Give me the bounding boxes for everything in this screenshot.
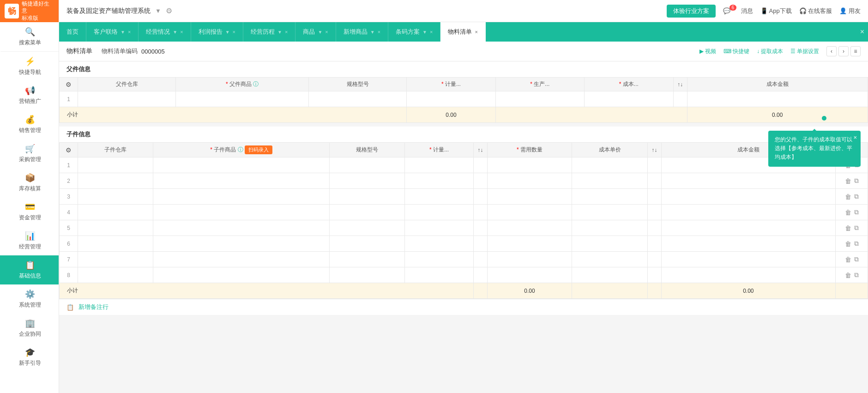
- sidebar-item-enterprise[interactable]: 🏢 企业协同: [0, 314, 59, 343]
- child-sort-cell-2[interactable]: [473, 173, 487, 189]
- tab-close-barcode[interactable]: ×: [430, 29, 433, 35]
- sidebar-item-system[interactable]: ⚙️ 系统管理: [0, 284, 59, 314]
- child-sort-cell-1[interactable]: [473, 157, 487, 173]
- child-warehouse-cell-6[interactable]: [78, 236, 153, 252]
- child-sort-cell-5[interactable]: [473, 220, 487, 236]
- tab-operation-status[interactable]: 经营情况 ▼ ×: [139, 22, 191, 42]
- search-menu-item[interactable]: 🔍 搜索菜单: [0, 22, 59, 52]
- try-btn[interactable]: 体验行业方案: [667, 5, 716, 18]
- tab-bom[interactable]: 物料清单 ×: [440, 22, 485, 42]
- settings-icon[interactable]: ⚙: [166, 6, 172, 15]
- child-unit-cell-1[interactable]: [405, 157, 473, 173]
- shortcut-action[interactable]: ⌨ 快捷键: [723, 48, 749, 55]
- copy-icon-7[interactable]: ⧉: [854, 255, 859, 263]
- copy-icon-6[interactable]: ⧉: [854, 240, 859, 248]
- delete-icon-4[interactable]: 🗑: [845, 209, 851, 216]
- tab-customer[interactable]: 客户联络 ▼ ×: [86, 22, 139, 42]
- sidebar-item-inventory[interactable]: 📦 库存核算: [0, 168, 59, 197]
- tab-close-operation-status[interactable]: ×: [180, 29, 183, 35]
- sidebar-item-basic-info[interactable]: 📋 基础信息: [0, 255, 59, 284]
- parent-th-settings[interactable]: ⚙: [60, 78, 78, 91]
- child-unit-cost-cell-4[interactable]: [572, 205, 647, 220]
- close-all-tabs-btn[interactable]: ×: [860, 28, 864, 36]
- single-settings-action[interactable]: ☰ 单据设置: [790, 48, 819, 55]
- child-qty-cell-3[interactable]: [487, 189, 572, 205]
- child-unit-cell-5[interactable]: [405, 220, 473, 236]
- delete-icon-3[interactable]: 🗑: [845, 193, 851, 200]
- child-warehouse-cell-8[interactable]: [78, 267, 153, 283]
- child-spec-cell-2[interactable]: [329, 173, 404, 189]
- tab-close-operation-history[interactable]: ×: [285, 29, 288, 35]
- child-product-cell-3[interactable]: [153, 189, 329, 205]
- child-sort-cell-8[interactable]: [473, 267, 487, 283]
- parent-sort-cell[interactable]: [673, 91, 687, 107]
- copy-icon-5[interactable]: ⧉: [854, 224, 859, 232]
- child-unit-cost-cell-3[interactable]: [572, 189, 647, 205]
- parent-cost-cell[interactable]: [585, 91, 673, 107]
- child-unit-cell-3[interactable]: [405, 189, 473, 205]
- sidebar-item-sales[interactable]: 💰 销售管理: [0, 110, 59, 139]
- child-qty-cell-5[interactable]: [487, 220, 572, 236]
- child-unit-cost-cell-5[interactable]: [572, 220, 647, 236]
- child-unit-cell-7[interactable]: [405, 252, 473, 267]
- parent-production-cell[interactable]: [495, 91, 584, 107]
- tab-barcode[interactable]: 条码方案 ▼ ×: [388, 22, 440, 42]
- tab-add-goods[interactable]: 新增商品 ▼ ×: [336, 22, 388, 42]
- child-unit-cost-cell-7[interactable]: [572, 252, 647, 267]
- scan-input-btn[interactable]: 扫码录入: [245, 145, 272, 154]
- child-warehouse-cell-3[interactable]: [78, 189, 153, 205]
- copy-icon-4[interactable]: ⧉: [854, 208, 859, 216]
- child-product-cell-7[interactable]: [153, 252, 329, 267]
- child-sort-cell-6[interactable]: [473, 236, 487, 252]
- sidebar-item-guide[interactable]: 🎓 新手引导: [0, 343, 59, 372]
- sidebar-item-quick-nav[interactable]: ⚡ 快捷导航: [0, 52, 59, 81]
- sidebar-item-finance[interactable]: 💳 资金管理: [0, 197, 59, 226]
- child-qty-cell-7[interactable]: [487, 252, 572, 267]
- delete-icon-8[interactable]: 🗑: [845, 272, 851, 279]
- parent-warehouse-cell[interactable]: [78, 91, 176, 107]
- tab-close-profit-report[interactable]: ×: [233, 29, 235, 35]
- child-warehouse-cell-7[interactable]: [78, 252, 153, 267]
- sidebar-item-marketing[interactable]: 📢 营销推广: [0, 81, 59, 110]
- child-spec-cell-8[interactable]: [329, 267, 404, 283]
- extract-cost-action[interactable]: ↓ 提取成本: [757, 48, 783, 55]
- sidebar-item-purchase[interactable]: 🛒 采购管理: [0, 139, 59, 168]
- child-unit-cell-4[interactable]: [405, 205, 473, 220]
- parent-spec-cell[interactable]: [309, 91, 407, 107]
- child-warehouse-cell-4[interactable]: [78, 205, 153, 220]
- tab-home[interactable]: 首页: [59, 22, 86, 42]
- child-qty-cell-1[interactable]: [487, 157, 572, 173]
- delete-icon-6[interactable]: 🗑: [845, 240, 851, 248]
- child-warehouse-cell-5[interactable]: [78, 220, 153, 236]
- list-view-btn[interactable]: ≡: [850, 46, 861, 56]
- delete-icon-5[interactable]: 🗑: [845, 224, 851, 232]
- child-unit-cost-cell-6[interactable]: [572, 236, 647, 252]
- child-spec-cell-7[interactable]: [329, 252, 404, 267]
- child-unit-cost-cell-1[interactable]: [572, 157, 647, 173]
- copy-icon-3[interactable]: ⧉: [854, 193, 859, 200]
- delete-icon-2[interactable]: 🗑: [845, 177, 851, 185]
- parent-product-cell[interactable]: [176, 91, 309, 107]
- copy-icon-2[interactable]: ⧉: [854, 177, 859, 185]
- next-btn[interactable]: ›: [838, 46, 849, 56]
- tab-close-bom[interactable]: ×: [475, 29, 477, 35]
- user-menu[interactable]: 👤 用友: [839, 7, 861, 15]
- child-qty-cell-2[interactable]: [487, 173, 572, 189]
- child-product-cell-2[interactable]: [153, 173, 329, 189]
- add-note-label[interactable]: 新增备注行: [78, 303, 108, 311]
- child-product-cell-5[interactable]: [153, 220, 329, 236]
- child-unit-cost-cell-2[interactable]: [572, 173, 647, 189]
- child-unit-cell-8[interactable]: [405, 267, 473, 283]
- child-th-settings[interactable]: ⚙: [60, 143, 78, 157]
- child-product-cell-1[interactable]: [153, 157, 329, 173]
- child-product-cell-4[interactable]: [153, 205, 329, 220]
- message-btn[interactable]: 💬 6 消息: [723, 7, 753, 15]
- tab-close-add-goods[interactable]: ×: [378, 29, 380, 35]
- tab-profit-report[interactable]: 利润报告 ▼ ×: [191, 22, 243, 42]
- child-warehouse-cell-1[interactable]: [78, 157, 153, 173]
- parent-unit-cell[interactable]: [407, 91, 495, 107]
- prev-btn[interactable]: ‹: [826, 46, 837, 56]
- child-spec-cell-3[interactable]: [329, 189, 404, 205]
- child-sort-cell-3[interactable]: [473, 189, 487, 205]
- tab-operation-history[interactable]: 经营历程 ▼ ×: [243, 22, 295, 42]
